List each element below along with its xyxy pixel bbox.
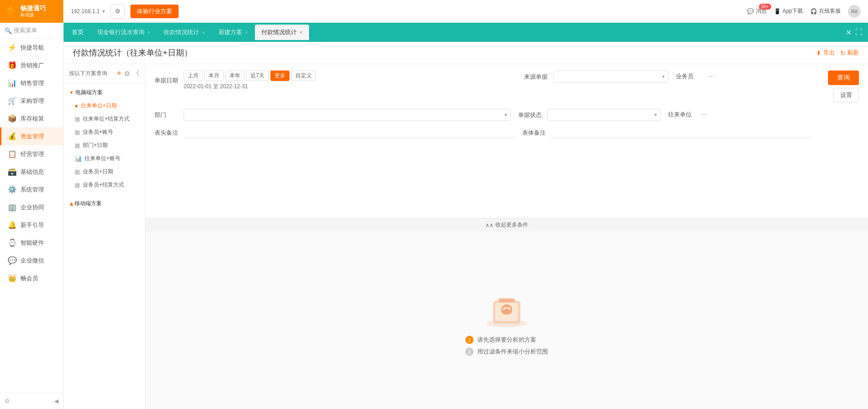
online-service-button[interactable]: 🎧 在线客服 xyxy=(810,7,841,15)
inventory-icon: 📦 xyxy=(8,114,17,123)
sidebar-operations-label: 经营管理 xyxy=(20,150,44,158)
app-download-button[interactable]: 📱 App下载 xyxy=(774,7,803,15)
schema-item-counterpart-account[interactable]: 📊 往来单位+账号 xyxy=(64,152,145,165)
sidebar-item-operations[interactable]: 📋 经营管理 xyxy=(0,145,63,163)
sidebar-item-quick-nav[interactable]: ⚡ 快捷导航 xyxy=(0,39,63,56)
sidebar-item-hardware[interactable]: ⌚ 智能硬件 xyxy=(0,234,63,252)
schema-settings-button[interactable]: ⚙ xyxy=(124,70,130,78)
sidebar-capital-label: 资金管理 xyxy=(20,132,44,141)
sidebar-item-system[interactable]: ⚙️ 系统管理 xyxy=(0,181,63,198)
main-panel: 192.168.1.1 ▾ ⚙ 体验行业方案 💬 消息 99+ 📱 App下载 … xyxy=(64,0,868,409)
sidebar-hardware-label: 智能硬件 xyxy=(20,239,44,247)
filter-field-header-note: 表头备注 xyxy=(155,127,515,138)
download-icon: 📱 xyxy=(774,8,781,15)
salesperson-label: 业务员 xyxy=(676,72,701,81)
sidebar-item-enterprise[interactable]: 🏢 企业协同 xyxy=(0,198,63,216)
tab-payment-stats[interactable]: 付款情况统计 × xyxy=(255,25,309,40)
last7-btn[interactable]: 近7天 xyxy=(246,71,269,81)
sidebar-item-purchase[interactable]: 🛒 采购管理 xyxy=(0,92,63,110)
search-icon: 🔍 xyxy=(5,27,12,34)
custom-btn[interactable]: 自定义 xyxy=(291,71,316,81)
more-btn[interactable]: 更多 xyxy=(270,71,289,81)
schema-item-salesperson-date[interactable]: ▦ 业务员+日期 xyxy=(64,165,145,178)
schema-item-counterpart-settle[interactable]: ▦ 往来单位+结算方式 xyxy=(64,112,145,126)
sidebar-search[interactable]: 🔍 搜索菜单 xyxy=(0,23,63,39)
notifications-button[interactable]: 💬 消息 99+ xyxy=(747,7,767,15)
header-note-input[interactable] xyxy=(184,127,515,138)
topbar-settings-button[interactable]: ⚙ xyxy=(110,4,125,19)
tab-payment-stats-close[interactable]: × xyxy=(299,30,302,35)
footer-settings-icon[interactable]: ⚙ xyxy=(5,398,10,404)
empty-tip-2: 2 用过滤条件来缩小分析范围 xyxy=(465,348,548,356)
filter-settings-button[interactable]: 设置 xyxy=(833,88,859,102)
sidebar-sales-label: 销售管理 xyxy=(20,79,44,87)
app-download-label: App下载 xyxy=(783,7,803,15)
sidebar-item-basics[interactable]: 🗃️ 基础信息 xyxy=(0,163,63,181)
schema-item-counterpart-date[interactable]: ● 往来单位+日期 xyxy=(64,99,145,112)
status-select-input[interactable] xyxy=(547,109,661,121)
schema-item-label-2: 业务员+账号 xyxy=(83,128,113,136)
schema-item-salesperson-account[interactable]: ▦ 业务员+账号 xyxy=(64,126,145,139)
date-options: 上月 本月 本年 近7天 更多 自定义 xyxy=(184,71,316,81)
footer-collapse-icon[interactable]: ◀ xyxy=(54,398,59,404)
status-select-wrap: ▾ xyxy=(547,109,661,121)
tab-receipt-stats-close[interactable]: × xyxy=(202,30,205,35)
settings-icon: ⚙ xyxy=(115,8,120,15)
sidebar-item-wechat[interactable]: 💬 企业微信 xyxy=(0,252,63,269)
topbar-address: 192.168.1.1 ▾ xyxy=(71,8,105,15)
schema-item-salesperson-settle[interactable]: ▦ 业务员+结算方式 xyxy=(64,178,145,192)
source-label: 来源单据 xyxy=(524,73,549,81)
tab-receipt-stats[interactable]: 收款情况统计 × xyxy=(157,25,211,40)
sidebar-quick-nav-label: 快捷导航 xyxy=(20,44,44,52)
marketing-icon: 🎁 xyxy=(8,61,17,70)
this-month-btn[interactable]: 本月 xyxy=(205,71,224,81)
sidebar-item-marketing[interactable]: 🎁 营销推广 xyxy=(0,56,63,74)
tip-num-1: 1 xyxy=(465,336,474,344)
trial-button[interactable]: 体验行业方案 xyxy=(130,5,179,18)
sidebar-logo: 🔶 畅捷通巧 标准版 xyxy=(0,0,63,23)
tab-new-plan-close[interactable]: × xyxy=(245,30,248,35)
last-month-btn[interactable]: 上月 xyxy=(184,71,203,81)
schema-add-button[interactable]: + xyxy=(116,69,121,78)
online-service-label: 在线客服 xyxy=(819,7,841,15)
sidebar-item-capital[interactable]: 💰 资金管理 xyxy=(0,127,63,145)
home-tab-label: 首页 xyxy=(72,28,84,36)
sidebar-item-sales[interactable]: 📊 销售管理 xyxy=(0,74,63,92)
salesperson-dots[interactable]: ··· xyxy=(705,71,718,82)
dept-select-input[interactable] xyxy=(184,109,511,121)
tab-home[interactable]: 首页 xyxy=(65,25,90,40)
query-button[interactable]: 查询 xyxy=(828,71,859,85)
sidebar-footer: ⚙ ◀ xyxy=(0,393,63,409)
this-year-btn[interactable]: 本年 xyxy=(225,71,244,81)
sidebar-item-inventory[interactable]: 📦 库存核算 xyxy=(0,110,63,127)
user-avatar[interactable]: Rit xyxy=(848,5,861,18)
address-dropdown-icon[interactable]: ▾ xyxy=(102,8,105,15)
tab-new-plan[interactable]: 新建方案 × xyxy=(212,25,254,40)
refresh-button[interactable]: ↻ 刷新 xyxy=(840,49,859,57)
export-button[interactable]: ⬆ 导出 xyxy=(816,49,835,57)
schema-item-icon-0: ● xyxy=(75,102,78,109)
member-icon: 👑 xyxy=(8,274,17,283)
filter-field-date: 单据日期 上月 本月 本年 近7天 更多 自定义 20 xyxy=(155,71,517,91)
collapse-button[interactable]: ∧∧ 收起更多条件 xyxy=(485,221,528,229)
tab-close-all-icon[interactable]: ✕ xyxy=(846,28,852,37)
tab-expand-icon[interactable]: ⛶ xyxy=(855,28,863,36)
basics-icon: 🗃️ xyxy=(8,167,17,176)
receipt-stats-tab-label: 收款情况统计 xyxy=(164,28,199,36)
source-select-input[interactable] xyxy=(553,71,669,83)
date-options-wrap: 上月 本月 本年 近7天 更多 自定义 2022-01-01 至 2022-12… xyxy=(184,71,316,91)
schema-desktop-toggle[interactable]: ▼ 电脑端方案 xyxy=(64,86,145,99)
sidebar-item-guide[interactable]: 🔔 新手引导 xyxy=(0,216,63,234)
counterpart-dots[interactable]: ··· xyxy=(697,109,710,121)
sidebar-item-member[interactable]: 👑 畅会员 xyxy=(0,269,63,287)
schema-mobile-toggle[interactable]: ▶ 移动端方案 xyxy=(64,197,145,210)
empty-state: 1 请先选择要分析的方案 2 用过滤条件来缩小分析范围 xyxy=(145,232,868,409)
counterpart-label: 往来单位 xyxy=(668,111,693,119)
tab-bank-flow[interactable]: 现金银行流水查询 × xyxy=(91,25,156,40)
hardware-icon: ⌚ xyxy=(8,238,17,247)
schema-collapse-button[interactable]: 《 xyxy=(133,69,140,78)
body-note-input[interactable] xyxy=(551,127,811,138)
new-plan-tab-label: 新建方案 xyxy=(219,28,242,36)
schema-item-dept-date[interactable]: ▦ 部门+日期 xyxy=(64,139,145,152)
tab-bank-flow-close[interactable]: × xyxy=(147,30,150,35)
